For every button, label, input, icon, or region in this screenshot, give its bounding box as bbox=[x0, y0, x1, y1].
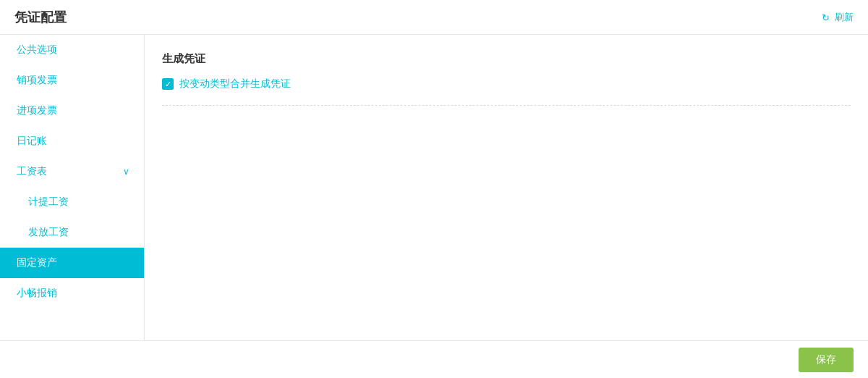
checkbox-row: 按变动类型合并生成凭证 bbox=[162, 77, 851, 91]
sidebar-item-public-options[interactable]: 公共选项 bbox=[0, 35, 144, 65]
page-footer: 保存 bbox=[0, 340, 868, 378]
sidebar-item-distribute-payroll[interactable]: 发放工资 bbox=[0, 217, 144, 248]
section-divider bbox=[162, 105, 851, 106]
chevron-down-icon: ∨ bbox=[123, 167, 129, 177]
main-layout: 公共选项 销项发票 进项发票 日记账 工资表 ∨ 计提工资 发放工资 固定资 bbox=[0, 35, 868, 340]
sidebar-item-label: 固定资产 bbox=[17, 256, 57, 269]
save-button[interactable]: 保存 bbox=[799, 348, 854, 372]
section-title: 生成凭证 bbox=[162, 52, 851, 66]
sidebar-item-label: 小畅报销 bbox=[17, 287, 57, 300]
merge-checkbox[interactable] bbox=[162, 78, 174, 90]
refresh-label: 刷新 bbox=[835, 11, 854, 24]
sidebar-item-label: 日记账 bbox=[17, 135, 47, 148]
sidebar-item-label: 公共选项 bbox=[17, 43, 57, 56]
sidebar-item-sales-invoice[interactable]: 销项发票 bbox=[0, 65, 144, 96]
sidebar-item-commission-payroll[interactable]: 计提工资 bbox=[0, 187, 144, 217]
sidebar-item-journal[interactable]: 日记账 bbox=[0, 126, 144, 156]
page-title: 凭证配置 bbox=[14, 9, 67, 26]
sidebar-item-label: 计提工资 bbox=[28, 196, 69, 209]
sidebar-item-label: 销项发票 bbox=[17, 74, 57, 87]
sidebar-item-label: 发放工资 bbox=[28, 226, 69, 239]
sidebar-item-purchase-invoice[interactable]: 进项发票 bbox=[0, 96, 144, 126]
sidebar-item-fixed-assets[interactable]: 固定资产 bbox=[0, 248, 144, 278]
sidebar: 公共选项 销项发票 进项发票 日记账 工资表 ∨ 计提工资 发放工资 固定资 bbox=[0, 35, 145, 340]
sidebar-item-expense-reimbursement[interactable]: 小畅报销 bbox=[0, 278, 144, 308]
sidebar-item-label: 工资表 bbox=[17, 165, 47, 178]
sidebar-item-payroll-table[interactable]: 工资表 ∨ bbox=[0, 156, 144, 187]
refresh-icon: ↻ bbox=[822, 12, 832, 22]
sidebar-item-label: 进项发票 bbox=[17, 104, 57, 117]
merge-checkbox-label[interactable]: 按变动类型合并生成凭证 bbox=[179, 77, 291, 91]
page-header: 凭证配置 ↻ 刷新 bbox=[0, 0, 868, 35]
refresh-button[interactable]: ↻ 刷新 bbox=[822, 11, 854, 24]
page-wrapper: 凭证配置 ↻ 刷新 公共选项 销项发票 进项发票 日记账 工资表 ∨ bbox=[0, 0, 868, 378]
content-area: 生成凭证 按变动类型合并生成凭证 bbox=[145, 35, 868, 340]
